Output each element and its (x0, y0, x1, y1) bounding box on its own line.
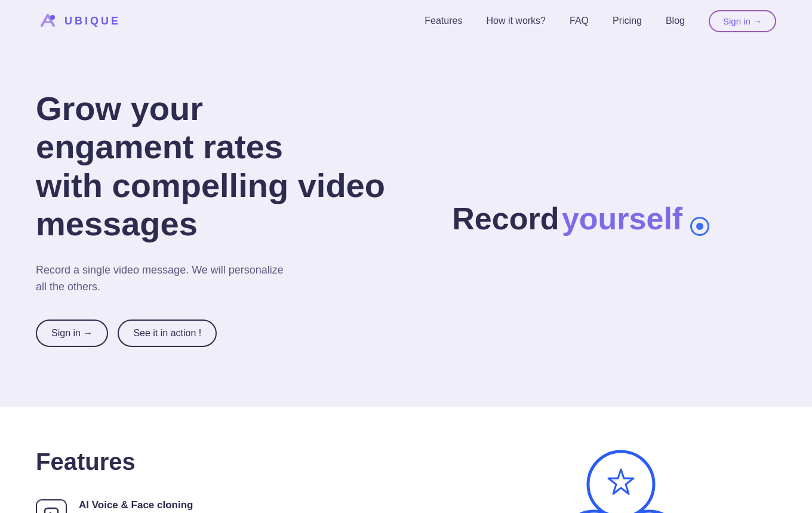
logo[interactable]: UBIQUE (36, 9, 121, 33)
features-title: Features (36, 449, 418, 475)
nav-signin-button[interactable]: Sign in → (709, 10, 776, 32)
nav-link-blog[interactable]: Blog (666, 16, 685, 26)
hero-action-button[interactable]: See it in action ! (118, 320, 217, 347)
hero-section: Grow your engament rates with compelling… (0, 42, 812, 407)
hero-signin-button[interactable]: Sign in → (36, 320, 108, 347)
features-content: Features AI Voice & Face cloning Start u… (36, 449, 418, 513)
feature-text-ai-voice: AI Voice & Face cloning Start using our … (79, 499, 418, 513)
hero-buttons: Sign in → See it in action ! (36, 320, 385, 347)
record-icon (690, 217, 709, 236)
logo-icon (36, 9, 60, 33)
feature-item-ai-voice: AI Voice & Face cloning Start using our … (36, 499, 418, 513)
hero-subtitle: Record a single video message. We will p… (36, 262, 385, 296)
navbar: UBIQUE Features How it works? FAQ Pricin… (0, 0, 812, 42)
hero-title: Grow your engament rates with compelling… (36, 90, 385, 244)
nav-link-features[interactable]: Features (425, 16, 462, 26)
svg-point-5 (588, 451, 654, 513)
feature-icon-play (36, 499, 67, 513)
hero-content: Grow your engament rates with compelling… (36, 90, 385, 347)
play-icon (44, 507, 59, 513)
stars-illustration (552, 449, 690, 513)
svg-rect-1 (45, 508, 58, 513)
nav-link-faq[interactable]: FAQ (570, 16, 589, 26)
svg-point-0 (50, 15, 55, 20)
nav-links: Features How it works? FAQ Pricing Blog … (425, 10, 776, 32)
nav-link-how-it-works[interactable]: How it works? (486, 16, 546, 26)
nav-link-pricing[interactable]: Pricing (613, 16, 642, 26)
hero-visual: Record yourself (385, 201, 776, 236)
logo-text: UBIQUE (64, 15, 121, 27)
features-section: Features AI Voice & Face cloning Start u… (0, 407, 812, 513)
features-visual (466, 449, 776, 513)
record-display: Record yourself (452, 201, 709, 236)
